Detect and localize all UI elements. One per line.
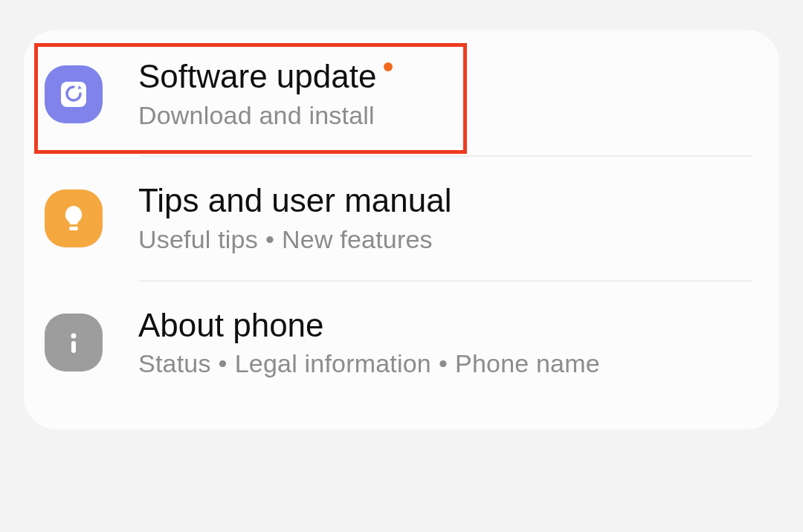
settings-item-title: Software update	[138, 58, 376, 96]
settings-item-subtitle: Status•Legal information•Phone name	[138, 348, 600, 379]
svg-point-2	[71, 334, 77, 339]
settings-item-title: About phone	[138, 307, 324, 345]
settings-item-subtitle: Useful tips•New features	[138, 224, 451, 255]
software-update-icon	[45, 65, 103, 123]
svg-rect-1	[69, 227, 78, 230]
lightbulb-icon	[45, 189, 103, 247]
settings-card: Software update Download and install Tip…	[24, 30, 779, 429]
settings-item-subtitle: Download and install	[138, 100, 393, 131]
notification-dot-icon	[384, 62, 393, 71]
settings-item-tips[interactable]: Tips and user manual Useful tips•New fea…	[24, 161, 779, 275]
svg-rect-0	[61, 82, 86, 107]
settings-item-text: About phone Status•Legal information•Pho…	[138, 307, 600, 379]
settings-item-title: Tips and user manual	[138, 182, 451, 220]
info-icon	[45, 314, 103, 372]
settings-item-software-update[interactable]: Software update Download and install	[24, 37, 779, 151]
settings-item-text: Software update Download and install	[138, 58, 393, 130]
settings-item-text: Tips and user manual Useful tips•New fea…	[138, 182, 451, 254]
divider	[140, 155, 752, 157]
divider	[140, 280, 752, 282]
svg-rect-3	[71, 341, 76, 353]
settings-item-about-phone[interactable]: About phone Status•Legal information•Pho…	[24, 286, 779, 400]
